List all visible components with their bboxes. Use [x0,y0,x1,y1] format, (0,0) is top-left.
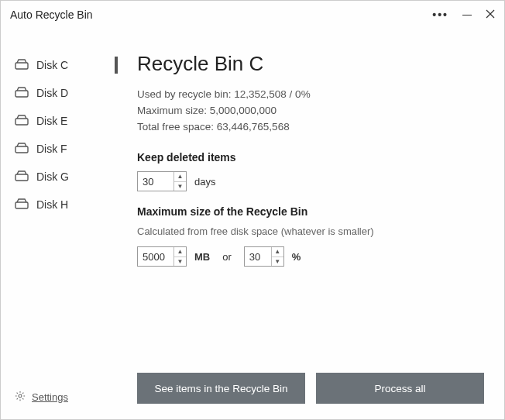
or-label: or [222,251,232,263]
step-down-icon[interactable]: ▼ [174,257,186,267]
days-unit: days [194,176,215,188]
disk-label: Disk E [36,115,67,127]
disk-item-c[interactable]: Disk C [15,57,117,74]
step-up-icon[interactable]: ▲ [272,247,283,257]
body: Disk C Disk D Disk E [1,29,504,419]
disk-label: Disk G [36,170,69,183]
svg-rect-5 [15,146,28,153]
sidebar: Disk C Disk D Disk E [1,29,117,419]
step-up-icon[interactable]: ▲ [174,247,186,257]
disk-icon [15,198,29,212]
disk-label: Disk C [36,59,68,71]
size-mb-stepper[interactable]: ▲ ▼ [137,246,187,267]
main-panel: Recycle Bin C Used by recycle bin: 12,35… [117,29,504,419]
disk-item-d[interactable]: Disk D [15,84,117,102]
more-icon[interactable]: ••• [432,9,448,21]
disk-icon [15,143,29,156]
keep-items-row: ▲ ▼ days [137,171,484,191]
disk-icon [15,59,29,72]
max-size-label: Maximum size of the Recycle Bin [137,205,484,218]
settings-label: Settings [32,391,68,403]
app-window: Auto Recycle Bin ••• Disk C [0,0,505,420]
svg-rect-3 [15,91,28,97]
keep-items-label: Keep deleted items [137,151,484,164]
process-all-button[interactable]: Process all [316,373,484,404]
svg-point-8 [19,394,22,398]
disk-icon [15,170,29,184]
disk-item-h[interactable]: Disk H [15,196,117,213]
keep-days-input[interactable] [138,172,173,191]
gear-icon [15,391,26,404]
step-up-icon[interactable]: ▲ [174,172,186,182]
minimize-button[interactable] [462,10,472,19]
disk-item-g[interactable]: Disk G [15,168,117,185]
free-space-line: Total free space: 63,446,765,568 [137,121,484,133]
mb-unit: MB [194,251,210,263]
disk-icon [15,115,29,128]
disk-list: Disk C Disk D Disk E [15,57,117,213]
stepper-arrows: ▲ ▼ [271,247,283,266]
titlebar: Auto Recycle Bin ••• [1,1,504,29]
step-down-icon[interactable]: ▼ [174,182,186,191]
action-buttons: See items in the Recycle Bin Process all [137,357,484,404]
svg-rect-2 [15,63,28,69]
see-items-button[interactable]: See items in the Recycle Bin [137,373,305,404]
keep-days-stepper[interactable]: ▲ ▼ [137,171,187,191]
settings-link[interactable]: Settings [15,391,117,404]
maximum-size-line: Maximum size: 5,000,000,000 [137,105,484,116]
size-pct-stepper[interactable]: ▲ ▼ [244,246,284,267]
size-mb-input[interactable] [138,247,173,266]
stepper-arrows: ▲ ▼ [173,172,186,191]
svg-rect-6 [15,174,28,181]
svg-rect-7 [15,202,28,208]
max-size-row: ▲ ▼ MB or ▲ ▼ % [137,246,484,267]
window-title: Auto Recycle Bin [10,9,93,21]
used-by-line: Used by recycle bin: 12,352,508 / 0% [137,88,484,100]
disk-icon [15,87,29,100]
step-down-icon[interactable]: ▼ [272,257,283,267]
disk-item-f[interactable]: Disk F [15,140,117,157]
window-controls: ••• [432,9,495,21]
max-size-note: Calculated from free disk space (whateve… [137,225,484,237]
disk-label: Disk D [36,87,68,99]
size-pct-input[interactable] [245,247,271,266]
close-button[interactable] [486,9,495,21]
disk-label: Disk F [36,143,67,155]
svg-rect-4 [15,119,28,125]
stepper-arrows: ▲ ▼ [173,247,186,266]
page-title: Recycle Bin C [137,52,484,76]
percent-unit: % [292,251,301,263]
disk-item-e[interactable]: Disk E [15,112,117,129]
disk-label: Disk H [36,198,68,211]
